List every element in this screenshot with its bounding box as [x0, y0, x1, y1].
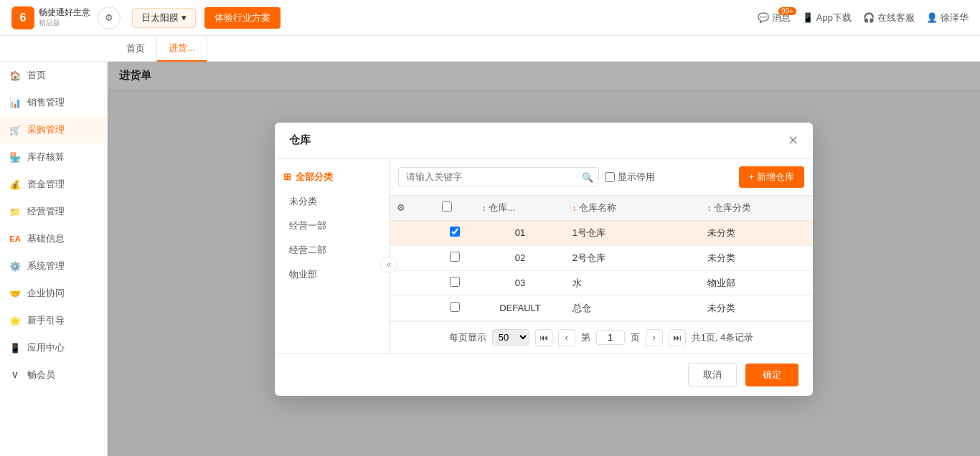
category-item-ops1[interactable]: 经营一部 — [275, 214, 389, 238]
tab-home[interactable]: 首页 — [115, 36, 157, 62]
dialog-header: 仓库 ✕ — [275, 123, 813, 159]
row-code-3: 03 — [475, 270, 565, 295]
store-selector[interactable]: 日太阳膜 ▾ — [132, 8, 196, 28]
dialog-title: 仓库 — [289, 133, 311, 147]
tab-purchase[interactable]: 进货... — [157, 36, 207, 62]
finance-icon: 💰 — [9, 179, 22, 190]
search-icon[interactable]: 🔍 — [582, 171, 593, 182]
show-disabled-label[interactable]: 显示停用 — [605, 171, 655, 184]
row-cb-4[interactable] — [435, 295, 475, 320]
modal-overlay: 仓库 ✕ ⊞ 全部分类 未分类 经营一 — [108, 62, 980, 456]
sales-icon: 📊 — [9, 98, 22, 108]
per-page-select[interactable]: 50 100 200 — [492, 329, 529, 346]
warehouse-table: ⚙ ↕ 仓库... ↕ 仓库名称 — [390, 196, 813, 321]
table-toolbar: 🔍 显示停用 + 新增仓库 — [390, 159, 813, 196]
show-disabled-checkbox[interactable] — [605, 172, 615, 182]
inventory-icon: 🏪 — [9, 152, 22, 163]
header-checkbox — [435, 196, 475, 221]
cancel-button[interactable]: 取消 — [688, 363, 737, 387]
last-page-button[interactable]: ⏭ — [669, 329, 686, 346]
confirm-button[interactable]: 确定 — [745, 364, 798, 386]
nav-tabs: 首页 进货... — [0, 36, 980, 62]
sidebar-item-operations[interactable]: 📁 经营管理 — [0, 198, 107, 225]
sidebar-item-apps[interactable]: 📱 应用中心 — [0, 334, 107, 361]
close-button[interactable]: ✕ — [788, 133, 798, 148]
row-cat-3: 物业部 — [700, 270, 813, 295]
row-cat-4: 未分类 — [700, 295, 813, 320]
sidebar-item-member[interactable]: V 畅会员 — [0, 361, 107, 389]
row-checkbox-2[interactable] — [450, 252, 460, 262]
message-badge: 99+ — [778, 7, 796, 15]
sidebar: 🏠 首页 📊 销售管理 🛒 采购管理 🏪 库存核算 💰 资金管理 📁 经营管理 … — [0, 62, 108, 456]
sidebar-item-guide[interactable]: 🌟 新手引导 — [0, 307, 107, 334]
sidebar-item-purchase[interactable]: 🛒 采购管理 — [0, 116, 107, 143]
search-input[interactable] — [398, 167, 599, 186]
row-name-3: 水 — [565, 270, 700, 295]
category-all[interactable]: ⊞ 全部分类 — [275, 165, 389, 189]
category-item-ops2[interactable]: 经营二部 — [275, 238, 389, 262]
sort-icon-cat: ↕ — [707, 204, 712, 212]
operations-icon: 📁 — [9, 206, 22, 217]
sidebar-item-sales[interactable]: 📊 销售管理 — [0, 89, 107, 116]
service-button[interactable]: 🎧 在线客服 — [863, 11, 915, 24]
first-page-button[interactable]: ⏮ — [535, 329, 552, 346]
page-number-input[interactable] — [596, 330, 625, 345]
message-button[interactable]: 💬 消息 99+ — [758, 11, 791, 24]
user-menu[interactable]: 👤 徐泽华 — [926, 11, 969, 24]
topbar: 6 畅捷通好生意 精品版 ⚙ 日太阳膜 ▾ 体验行业方案 💬 消息 99+ 📱 … — [0, 0, 980, 36]
row-code-2: 02 — [475, 245, 565, 270]
header-category[interactable]: ↕ 仓库分类 — [700, 196, 813, 221]
row-cb-3[interactable] — [435, 270, 475, 295]
category-item-property[interactable]: 物业部 — [275, 262, 389, 287]
sidebar-item-inventory[interactable]: 🏪 库存核算 — [0, 143, 107, 171]
row-checkbox-3[interactable] — [450, 277, 460, 287]
row-checkbox-1[interactable] — [450, 227, 460, 237]
dialog-pagination: 每页显示 50 100 200 ⏮ ‹ 第 页 › — [390, 321, 813, 353]
app-icon: 📱 — [802, 12, 814, 23]
header-code[interactable]: ↕ 仓库... — [475, 196, 565, 221]
dialog-footer: 取消 确定 — [275, 353, 813, 396]
collapse-panel-button[interactable]: « — [380, 256, 397, 273]
header-name[interactable]: ↕ 仓库名称 — [565, 196, 700, 221]
sidebar-item-basic-info[interactable]: EA 基础信息 — [0, 225, 107, 252]
category-panel: ⊞ 全部分类 未分类 经营一部 经营二部 物业部 — [275, 159, 390, 353]
header-gear: ⚙ — [390, 196, 435, 221]
topbar-right: 💬 消息 99+ 📱 App下载 🎧 在线客服 👤 徐泽华 — [758, 11, 969, 24]
home-icon: 🏠 — [9, 70, 22, 81]
row-checkbox-4[interactable] — [450, 302, 460, 312]
warehouse-dialog: 仓库 ✕ ⊞ 全部分类 未分类 经营一 — [275, 123, 813, 396]
table-row[interactable]: 01 1号仓库 未分类 — [390, 220, 813, 245]
row-cb-2[interactable] — [435, 245, 475, 270]
table-panel: 🔍 显示停用 + 新增仓库 — [390, 159, 813, 353]
prev-page-button[interactable]: ‹ — [558, 329, 575, 346]
sidebar-item-finance[interactable]: 💰 资金管理 — [0, 171, 107, 198]
apps-icon: 📱 — [9, 343, 22, 353]
sidebar-item-enterprise[interactable]: 🤝 企业协同 — [0, 280, 107, 307]
main-layout: 🏠 首页 📊 销售管理 🛒 采购管理 🏪 库存核算 💰 资金管理 📁 经营管理 … — [0, 62, 980, 456]
sidebar-item-system[interactable]: ⚙️ 系统管理 — [0, 252, 107, 280]
select-all-checkbox[interactable] — [442, 201, 452, 212]
search-input-wrap: 🔍 — [398, 167, 599, 186]
table-row[interactable]: 03 水 物业部 — [390, 270, 813, 295]
sidebar-item-home[interactable]: 🏠 首页 — [0, 62, 107, 89]
industry-solution-button[interactable]: 体验行业方案 — [204, 7, 281, 29]
logo: 6 畅捷通好生意 精品版 — [11, 6, 98, 29]
sort-icon-name: ↕ — [573, 204, 577, 212]
row-gear-4 — [390, 295, 435, 320]
next-page-button[interactable]: › — [646, 329, 663, 346]
basic-info-icon: EA — [9, 234, 22, 243]
row-cb-1[interactable] — [435, 220, 475, 245]
add-warehouse-button[interactable]: + 新增仓库 — [739, 166, 804, 188]
app-download-button[interactable]: 📱 App下载 — [802, 11, 852, 24]
dialog-body: ⊞ 全部分类 未分类 经营一部 经营二部 物业部 — [275, 159, 813, 353]
table-row[interactable]: 02 2号仓库 未分类 — [390, 245, 813, 270]
user-icon: 👤 — [926, 12, 938, 23]
category-item-unclassified[interactable]: 未分类 — [275, 189, 389, 214]
store-name: 日太阳膜 — [141, 11, 179, 24]
system-icon: ⚙️ — [9, 261, 22, 272]
sort-icon: ↕ — [482, 204, 486, 212]
row-cat-1: 未分类 — [700, 220, 813, 245]
table-row[interactable]: DEFAULT 总仓 未分类 — [390, 295, 813, 320]
settings-button[interactable]: ⚙ — [98, 6, 121, 29]
enterprise-icon: 🤝 — [9, 288, 22, 299]
